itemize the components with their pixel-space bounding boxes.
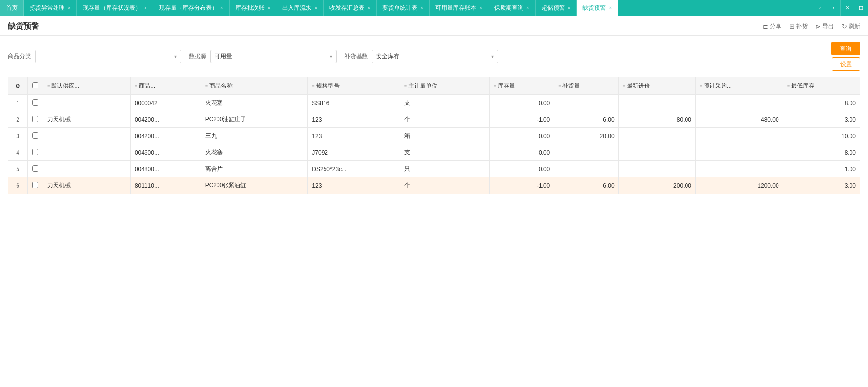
nav-tab-available-ledger[interactable]: 可用量库存账本 × xyxy=(430,0,488,16)
table-row: 5 004800... 离合片 DS250*23c... 只 0.00 1.00 xyxy=(8,161,860,177)
row-spec-1: SS816 xyxy=(308,95,400,111)
sort-icon: ≡ xyxy=(623,84,625,88)
nav-expand-btn[interactable]: ⊡ xyxy=(854,0,868,16)
row-num-6: 6 xyxy=(8,177,28,194)
share-icon: ⊏ xyxy=(763,23,768,30)
row-latest-price-1 xyxy=(618,95,695,111)
row-product-name-1: 火花塞 xyxy=(201,95,308,111)
sort-icon: ≡ xyxy=(47,84,50,88)
th-checkbox xyxy=(28,77,43,95)
page-title: 缺货预警 xyxy=(8,21,763,32)
main-content: 缺货预警 ⊏ 分享 ⊞ 补货 ⊳ 导出 ↻ 刷新 商品分类 xyxy=(0,16,868,387)
nav-tab-expiry-query[interactable]: 保质期查询 × xyxy=(488,0,536,16)
datasource-select[interactable]: 可用量 ▾ xyxy=(210,50,337,63)
row-num-5: 5 xyxy=(8,161,28,177)
close-tab-inout-flow[interactable]: × xyxy=(314,5,317,11)
nav-tab-batch-account[interactable]: 库存批次账 × xyxy=(230,0,277,16)
nav-next-btn[interactable]: › xyxy=(827,0,841,16)
row-select-6[interactable] xyxy=(32,182,38,188)
row-replenish-qty-1 xyxy=(554,95,618,111)
row-replenish-qty-4 xyxy=(554,144,618,161)
row-min-stock-3: 10.00 xyxy=(783,128,860,144)
nav-tab-inout-flow[interactable]: 出入库流水 × xyxy=(276,0,324,16)
row-unit-1: 支 xyxy=(400,95,489,111)
row-checkbox-2[interactable] xyxy=(28,111,43,128)
row-product-code-1: 0000042 xyxy=(130,95,201,111)
datasource-dropdown-icon: ▾ xyxy=(330,54,332,59)
close-tab-overstock[interactable]: × xyxy=(568,5,571,11)
filter-bar: 商品分类 ▾ 数据源 可用量 ▾ 补货基数 安全库存 ▾ 查询 设置 xyxy=(0,36,868,77)
row-unit-3: 箱 xyxy=(400,128,489,144)
settings-button[interactable]: 设置 xyxy=(832,57,860,71)
row-checkbox-5[interactable] xyxy=(28,161,43,177)
row-product-name-5: 离合片 xyxy=(201,161,308,177)
row-select-5[interactable] xyxy=(32,165,38,172)
sort-icon: ≡ xyxy=(558,84,561,88)
row-num-2: 2 xyxy=(8,111,28,128)
close-tab-inventory-status[interactable]: × xyxy=(144,5,147,11)
close-tab-order-stat[interactable]: × xyxy=(420,5,423,11)
close-tab-inventory-dist[interactable]: × xyxy=(220,5,223,11)
export-button[interactable]: ⊳ 导出 xyxy=(815,22,834,31)
replenish-base-select[interactable]: 安全库存 ▾ xyxy=(372,50,498,63)
sort-icon: ≡ xyxy=(312,84,314,88)
row-product-code-4: 004600... xyxy=(130,144,201,161)
row-latest-price-5 xyxy=(618,161,695,177)
row-select-3[interactable] xyxy=(32,132,38,139)
nav-prev-btn[interactable]: ‹ xyxy=(814,0,827,16)
close-tab-abnormal[interactable]: × xyxy=(68,5,71,11)
row-product-code-6: 801110... xyxy=(130,177,201,194)
th-unit: ≡ 主计量单位 xyxy=(400,77,489,95)
row-unit-2: 个 xyxy=(400,111,489,128)
close-tab-batch-account[interactable]: × xyxy=(268,5,271,11)
nav-tab-order-stat[interactable]: 要货单统计表 × xyxy=(377,0,430,16)
top-navigation: 首页 拣货异常处理 × 现存量（库存状况表） × 现存量（库存分布表） × 库存… xyxy=(0,0,868,16)
settings-gear-icon[interactable]: ⚙ xyxy=(15,83,20,89)
nav-tab-overstock[interactable]: 超储预警 × xyxy=(536,0,577,16)
row-latest-price-2: 80.00 xyxy=(618,111,695,128)
row-estimated-purchase-1 xyxy=(695,95,783,111)
share-button[interactable]: ⊏ 分享 xyxy=(763,22,781,31)
row-checkbox-1[interactable] xyxy=(28,95,43,111)
replenish-button[interactable]: ⊞ 补货 xyxy=(789,22,808,31)
query-button[interactable]: 查询 xyxy=(831,42,860,55)
page-header: 缺货预警 ⊏ 分享 ⊞ 补货 ⊳ 导出 ↻ 刷新 xyxy=(0,16,868,36)
row-checkbox-4[interactable] xyxy=(28,144,43,161)
table-container: ⚙ ≡ 默认供应... ≡ 商品... xyxy=(0,77,868,194)
th-estimated-purchase: ≡ 预计采购... xyxy=(695,77,783,95)
row-latest-price-4 xyxy=(618,144,695,161)
nav-tab-home[interactable]: 首页 xyxy=(0,0,24,16)
nav-close-all-btn[interactable]: ✕ xyxy=(841,0,854,16)
close-tab-available-ledger[interactable]: × xyxy=(479,5,482,11)
row-product-name-6: PC200张紧油缸 xyxy=(201,177,308,194)
close-tab-recv-summary[interactable]: × xyxy=(367,5,370,11)
row-min-stock-6: 3.00 xyxy=(783,177,860,194)
category-dropdown-icon: ▾ xyxy=(174,54,177,59)
select-all-checkbox[interactable] xyxy=(32,82,38,88)
nav-tab-shortage[interactable]: 缺货预警 × xyxy=(577,0,618,16)
row-min-stock-5: 1.00 xyxy=(783,161,860,177)
row-select-4[interactable] xyxy=(32,149,38,155)
close-tab-expiry-query[interactable]: × xyxy=(526,5,529,11)
nav-tab-inventory-status[interactable]: 现存量（库存状况表） × xyxy=(77,0,153,16)
row-stock-qty-3: 0.00 xyxy=(489,128,554,144)
datasource-label: 数据源 xyxy=(189,53,206,61)
sort-icon: ≡ xyxy=(787,84,790,88)
row-checkbox-6[interactable] xyxy=(28,177,43,194)
row-product-name-4: 火花塞 xyxy=(201,144,308,161)
row-unit-4: 支 xyxy=(400,144,489,161)
th-settings: ⚙ xyxy=(8,77,28,95)
nav-tab-inventory-dist[interactable]: 现存量（库存分布表） × xyxy=(153,0,230,16)
row-select-2[interactable] xyxy=(32,116,38,122)
close-tab-shortage[interactable]: × xyxy=(609,5,612,11)
category-select[interactable]: ▾ xyxy=(35,50,181,63)
row-replenish-qty-5 xyxy=(554,161,618,177)
row-select-1[interactable] xyxy=(32,99,38,106)
row-checkbox-3[interactable] xyxy=(28,128,43,144)
refresh-button[interactable]: ↻ 刷新 xyxy=(842,22,860,31)
table-row: 1 0000042 火花塞 SS816 支 0.00 8.00 xyxy=(8,95,860,111)
nav-tab-recv-summary[interactable]: 收发存汇总表 × xyxy=(324,0,377,16)
row-product-code-2: 004200... xyxy=(130,111,201,128)
row-product-code-3: 004200... xyxy=(130,128,201,144)
nav-tab-abnormal[interactable]: 拣货异常处理 × xyxy=(24,0,77,16)
